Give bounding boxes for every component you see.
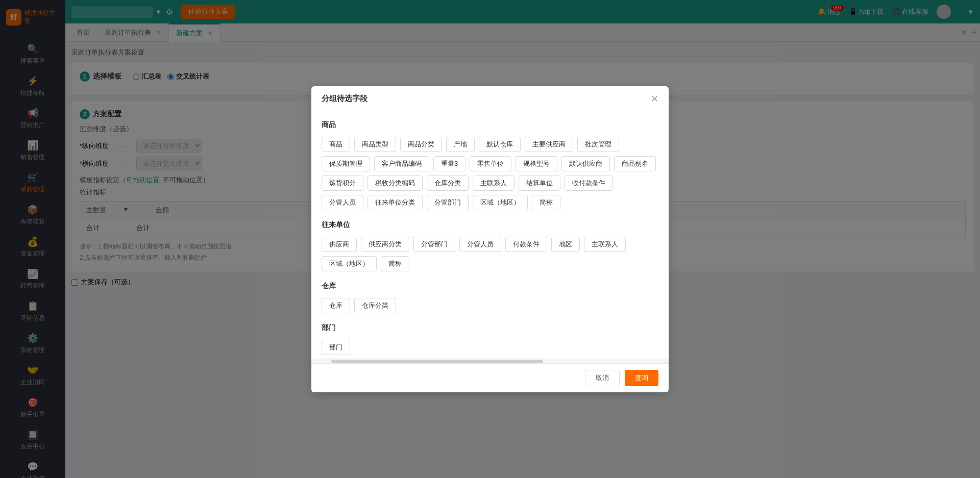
field-tag[interactable]: 仓库分类: [354, 298, 396, 313]
field-tag[interactable]: 主要供应商: [525, 137, 573, 152]
field-tag[interactable]: 炼货积分: [322, 175, 363, 191]
modal-overlay: 分组待选字段 ✕ 商品 商品 商品类型 商品分类 产地 默认仓库 主要供应商 批…: [0, 0, 980, 478]
field-tag[interactable]: 地区: [551, 237, 580, 252]
modal-footer: 取消 查询: [311, 363, 669, 392]
field-tag[interactable]: 批次管理: [577, 137, 619, 152]
field-tag[interactable]: 主联系人: [584, 237, 626, 252]
modal-title: 分组待选字段: [322, 94, 368, 104]
department-field-tags: 部门: [322, 340, 658, 355]
field-tag[interactable]: 分管人员: [459, 237, 501, 252]
field-group-product-title: 商品: [322, 120, 658, 132]
hscroll-thumb: [331, 360, 543, 363]
modal-body[interactable]: 商品 商品 商品类型 商品分类 产地 默认仓库 主要供应商 批次管理 保质期管理…: [311, 112, 669, 359]
field-tag[interactable]: 付款条件: [505, 237, 547, 252]
modal-horizontal-scrollbar[interactable]: [311, 359, 669, 363]
field-group-partner-title: 往来单位: [322, 220, 658, 232]
field-selection-modal: 分组待选字段 ✕ 商品 商品 商品类型 商品分类 产地 默认仓库 主要供应商 批…: [311, 86, 669, 392]
field-tag[interactable]: 分管部门: [427, 195, 469, 210]
field-tag[interactable]: 客户商品编码: [374, 156, 429, 171]
field-tag[interactable]: 默认仓库: [479, 137, 521, 152]
field-tag[interactable]: 简称: [532, 195, 560, 210]
modal-cancel-button[interactable]: 取消: [585, 370, 620, 386]
field-tag[interactable]: 商品分类: [400, 137, 442, 152]
field-tag[interactable]: 默认供应商: [561, 156, 610, 171]
field-tag[interactable]: 产地: [446, 137, 475, 152]
partner-field-tags: 供应商 供应商分类 分管部门 分管人员 付款条件 地区 主联系人 区域（地区） …: [322, 237, 658, 271]
field-tag[interactable]: 商品类型: [354, 137, 396, 152]
field-tag[interactable]: 仓库: [322, 298, 350, 313]
field-tag[interactable]: 规格型号: [516, 156, 557, 171]
field-tag[interactable]: 部门: [322, 340, 350, 355]
field-tag[interactable]: 供应商分类: [361, 237, 409, 252]
field-tag[interactable]: 收付款条件: [565, 175, 613, 191]
field-tag[interactable]: 分管人员: [322, 195, 363, 210]
field-tag[interactable]: 仓库分类: [427, 175, 469, 191]
field-tag[interactable]: 商品: [322, 137, 350, 152]
field-tag[interactable]: 分管部门: [413, 237, 455, 252]
warehouse-field-tags: 仓库 仓库分类: [322, 298, 658, 313]
field-group-warehouse: 仓库 仓库 仓库分类: [322, 282, 658, 313]
field-tag[interactable]: 供应商: [322, 237, 357, 252]
field-tag[interactable]: 重量3: [433, 156, 465, 171]
modal-close-button[interactable]: ✕: [651, 93, 658, 105]
field-tag[interactable]: 结算单位: [519, 175, 560, 191]
field-tag[interactable]: 主联系人: [473, 175, 514, 191]
field-tag[interactable]: 零售单位: [470, 156, 511, 171]
field-tag[interactable]: 商品别名: [614, 156, 656, 171]
field-tag[interactable]: 区域（地区）: [322, 256, 377, 271]
field-tag[interactable]: 税收分类编码: [368, 175, 423, 191]
modal-header: 分组待选字段 ✕: [311, 86, 669, 112]
field-group-partner: 往来单位 供应商 供应商分类 分管部门 分管人员 付款条件 地区 主联系人 区域…: [322, 220, 658, 271]
modal-confirm-button[interactable]: 查询: [625, 370, 658, 386]
field-tag[interactable]: 区域（地区）: [473, 195, 528, 210]
field-group-department-title: 部门: [322, 323, 658, 335]
product-field-tags: 商品 商品类型 商品分类 产地 默认仓库 主要供应商 批次管理 保质期管理 客户…: [322, 137, 658, 210]
field-tag[interactable]: 保质期管理: [322, 156, 370, 171]
field-group-product: 商品 商品 商品类型 商品分类 产地 默认仓库 主要供应商 批次管理 保质期管理…: [322, 120, 658, 210]
field-tag[interactable]: 简称: [381, 256, 409, 271]
field-group-department: 部门 部门: [322, 323, 658, 355]
field-group-warehouse-title: 仓库: [322, 282, 658, 293]
field-tag[interactable]: 往来单位分类: [368, 195, 423, 210]
